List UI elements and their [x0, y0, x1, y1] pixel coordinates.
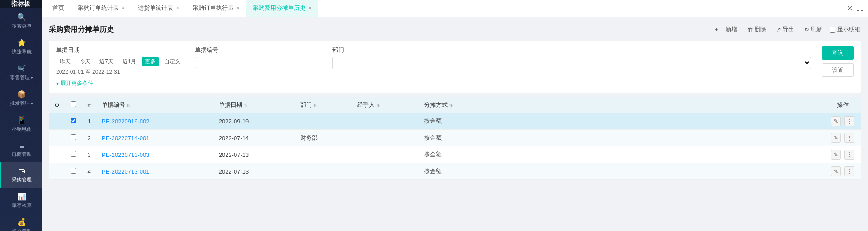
- th-checkbox[interactable]: [65, 97, 82, 113]
- td-handler: [352, 130, 419, 146]
- doc-no-link[interactable]: PE-20220714-001: [102, 135, 150, 141]
- th-dept[interactable]: 部门⇅: [295, 97, 352, 113]
- th-handler-label: 经手人: [357, 101, 375, 108]
- sidebar-label-mini: 小畅电商: [3, 126, 40, 132]
- td-num: 2: [82, 130, 96, 146]
- main-area: 首页采购订单统计表×进货单统计表×采购订单执行表×采购费用分摊单历史× ✕ ⛶ …: [42, 0, 868, 231]
- add-button[interactable]: ＋ + 新增: [711, 24, 740, 35]
- tab-close-purchase-order-exec[interactable]: ×: [236, 5, 239, 10]
- sidebar-item-search[interactable]: 🔍搜索菜单: [0, 8, 42, 34]
- td-checkbox[interactable]: [65, 130, 82, 146]
- close-all-tabs-icon[interactable]: ✕: [847, 4, 853, 13]
- date-btn-more[interactable]: 更多: [142, 57, 159, 66]
- td-doc-no[interactable]: PE-20220713-003: [96, 146, 213, 163]
- tab-label-purchase-order-exec: 采购订单执行表: [193, 4, 234, 12]
- td-handler: [352, 146, 419, 163]
- td-doc-no[interactable]: PE-20220713-001: [96, 163, 213, 180]
- th-handler[interactable]: 经手人⇅: [352, 97, 419, 113]
- refresh-icon: ↻: [804, 26, 809, 33]
- sidebar-item-quicknav[interactable]: ⭐快捷导航: [0, 34, 42, 60]
- more-action-icon[interactable]: ⋮: [844, 150, 854, 160]
- show-columns-input[interactable]: [830, 27, 835, 33]
- sidebar-icon-ecommerce: 🖥: [3, 141, 40, 150]
- sidebar-label-ecommerce: 电商管理: [3, 151, 40, 158]
- td-handler: [352, 113, 419, 130]
- table-row[interactable]: 1 PE-20220919-002 2022-09-19 按金额 ✎ ⋮: [49, 113, 861, 130]
- date-range-text: 2022-01-01 至 2022-12-31: [56, 68, 184, 76]
- edit-action-icon[interactable]: ✎: [831, 116, 841, 126]
- tab-close-purchase-cost[interactable]: ×: [308, 5, 311, 10]
- th-doc-date[interactable]: 单据日期⇅: [213, 97, 295, 113]
- sidebar: 指标板 🔍搜索菜单⭐快捷导航🛒零售管理▾📦批发管理▾📱小畅电商🖥电商管理🛍采购管…: [0, 0, 42, 231]
- date-btn-custom[interactable]: 自定义: [160, 57, 184, 66]
- sidebar-item-ecommerce[interactable]: 🖥电商管理: [0, 137, 42, 162]
- doc-no-link[interactable]: PE-20220713-003: [102, 151, 150, 158]
- tab-home[interactable]: 首页: [46, 0, 71, 17]
- tab-purchase-cost[interactable]: 采购费用分摊单历史×: [246, 0, 317, 17]
- sidebar-item-mini[interactable]: 📱小畅电商: [0, 111, 42, 137]
- doc-no-filter: 单据编号: [195, 46, 321, 68]
- setting-button[interactable]: 设置: [822, 63, 854, 77]
- select-all-checkbox[interactable]: [71, 101, 76, 107]
- tab-purchase-order-stats[interactable]: 采购订单统计表×: [71, 0, 131, 17]
- sidebar-item-finance[interactable]: 💰资金管理: [0, 213, 42, 231]
- table-row[interactable]: 3 PE-20220713-003 2022-07-13 按金额 ✎ ⋮: [49, 146, 861, 163]
- date-btn-1month[interactable]: 近1月: [119, 57, 140, 66]
- edit-action-icon[interactable]: ✎: [831, 150, 841, 160]
- th-doc-no[interactable]: 单据编号⇅: [96, 97, 213, 113]
- tab-close-purchase-order-stats[interactable]: ×: [122, 5, 124, 10]
- show-columns-checkbox[interactable]: 显示明细: [830, 25, 861, 33]
- sidebar-item-inventory[interactable]: 📊库存核算: [0, 188, 42, 213]
- tab-incoming-stats[interactable]: 进货单统计表×: [132, 0, 185, 17]
- date-filter-group: 单据日期 昨天 今天 近7天 近1月 更多 自定义 2022-01-01 至 2…: [56, 46, 184, 76]
- table-row[interactable]: 4 PE-20220713-001 2022-07-13 按金额 ✎ ⋮: [49, 163, 861, 180]
- th-split-method[interactable]: 分摊方式⇅: [419, 97, 825, 113]
- tab-purchase-order-exec[interactable]: 采购订单执行表×: [186, 0, 245, 17]
- sidebar-label-search: 搜索菜单: [3, 23, 40, 29]
- sidebar-item-purchase[interactable]: 🛍采购管理: [0, 162, 42, 188]
- sidebar-item-wholesale[interactable]: 📦批发管理▾: [0, 85, 42, 111]
- query-button[interactable]: 查询: [822, 46, 854, 60]
- td-doc-no[interactable]: PE-20220714-001: [96, 130, 213, 146]
- row-checkbox[interactable]: [71, 151, 76, 157]
- sidebar-icon-mini: 📱: [3, 116, 40, 124]
- sidebar-icon-search: 🔍: [3, 13, 40, 21]
- th-num: #: [82, 97, 96, 113]
- td-checkbox[interactable]: [65, 146, 82, 163]
- td-doc-no[interactable]: PE-20220919-002: [96, 113, 213, 130]
- edit-action-icon[interactable]: ✎: [831, 133, 841, 143]
- filter-row: 单据日期 昨天 今天 近7天 近1月 更多 自定义 2022-01-01 至 2…: [56, 46, 854, 77]
- date-filter-label: 单据日期: [56, 46, 184, 54]
- row-checkbox[interactable]: [71, 168, 76, 174]
- doc-no-link[interactable]: PE-20220713-001: [102, 168, 150, 175]
- date-btn-yesterday[interactable]: 昨天: [56, 57, 74, 66]
- expand-more-button[interactable]: ▾ 展开更多条件: [56, 80, 93, 87]
- td-checkbox[interactable]: [65, 163, 82, 180]
- doc-no-link[interactable]: PE-20220919-002: [102, 118, 150, 125]
- export-button[interactable]: ↗ 导出: [774, 24, 797, 35]
- edit-action-icon[interactable]: ✎: [831, 166, 841, 176]
- more-action-icon[interactable]: ⋮: [844, 133, 854, 143]
- page-title: 采购费用分摊单历史: [49, 25, 114, 34]
- dept-select[interactable]: [332, 57, 811, 69]
- sidebar-item-retail[interactable]: 🛒零售管理▾: [0, 60, 42, 85]
- table-row[interactable]: 2 PE-20220714-001 2022-07-14 财务部 按金额 ✎ ⋮: [49, 130, 861, 146]
- dept-label: 部门: [332, 46, 811, 54]
- date-btn-7days[interactable]: 近7天: [96, 57, 117, 66]
- handler-sort-icon: ⇅: [376, 103, 380, 108]
- refresh-button[interactable]: ↻ 刷新: [802, 24, 825, 35]
- td-checkbox[interactable]: [65, 113, 82, 130]
- expand-icon: ▾: [56, 80, 59, 87]
- td-num: 3: [82, 146, 96, 163]
- th-settings[interactable]: ⚙: [49, 97, 65, 113]
- row-checkbox[interactable]: [71, 134, 76, 140]
- more-action-icon[interactable]: ⋮: [844, 116, 854, 126]
- delete-button[interactable]: 🗑 删除: [745, 24, 769, 35]
- doc-no-input[interactable]: [195, 57, 321, 68]
- date-btn-today[interactable]: 今天: [76, 57, 94, 66]
- fullscreen-icon[interactable]: ⛶: [856, 4, 863, 13]
- data-table-wrap: ⚙ # 单据编号⇅ 单据日期⇅ 部门⇅ 经手人⇅ 分摊方式⇅ 操作 1 PE-2…: [49, 97, 861, 180]
- tab-close-incoming-stats[interactable]: ×: [176, 5, 179, 10]
- row-checkbox[interactable]: [71, 118, 76, 123]
- more-action-icon[interactable]: ⋮: [844, 166, 854, 176]
